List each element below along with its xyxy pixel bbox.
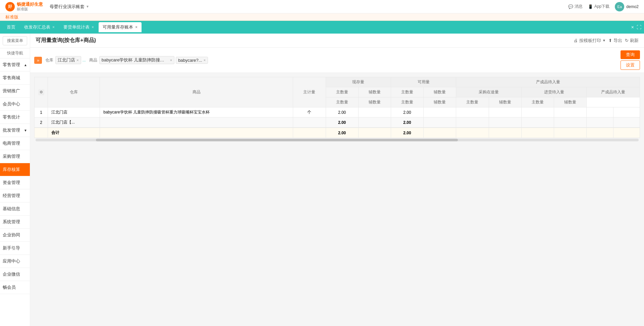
tab-fullscreen[interactable]: ⛶ — [637, 25, 641, 30]
tab-order-stat[interactable]: 要货单统计表 × — [59, 22, 98, 32]
chevron-icon-wholesale: ▼ — [24, 129, 27, 132]
tab-receive-close[interactable]: × — [52, 25, 55, 30]
message-btn[interactable]: 💬 消息 — [568, 4, 583, 9]
product-filter: 商品 babycare学饮杯 儿童防摔防撞吸管杯重力球吸嘴杯宝宝水杯 × bab… — [89, 56, 208, 64]
sidebar-item-member2[interactable]: 畅会员 — [0, 281, 30, 294]
product-tag-0[interactable]: babycare学饮杯 儿童防摔防撞吸管杯重力球吸嘴杯宝宝水杯 × — [99, 56, 174, 64]
template-print-btn[interactable]: 🖨 按模板打印 ▼ — [574, 38, 606, 44]
logo-area: 好 畅捷通好生意 标准版 — [5, 2, 43, 11]
message-icon: 💬 — [568, 4, 573, 9]
th-production-group: 产成品待入量 — [587, 87, 640, 97]
row1-avail-main: 2.00 — [391, 107, 423, 118]
logo-text: 畅捷通好生意 标准版 — [17, 2, 43, 11]
th-stock-aux: 辅数量 — [358, 87, 391, 97]
product-tags: babycare学饮杯 儿童防摔防撞吸管杯重力球吸嘴杯宝宝水杯 × babyca… — [99, 56, 208, 64]
sidebar-item-app-center[interactable]: 应用中心 — [0, 255, 30, 268]
warehouse-tag-close[interactable]: × — [76, 58, 78, 62]
settings-btn[interactable]: 设置 — [621, 60, 640, 70]
sidebar-item-newbie[interactable]: 新手引导 — [0, 242, 30, 255]
template-label: 标准版 — [5, 14, 18, 20]
sidebar-nav-btn[interactable]: 快捷导航 — [0, 48, 30, 58]
sidebar-item-operations[interactable]: 经营管理 — [0, 189, 30, 202]
row2-incoming-aux — [554, 118, 587, 128]
sidebar-item-enterprise-wechat[interactable]: 企业微信 — [0, 268, 30, 281]
sidebar-item-marketing[interactable]: 营销推广 — [0, 85, 30, 98]
table-area: ⚙ 仓库 商品 主计量 现存量 可用量 产成品待入量 主数量 辅数量 — [30, 73, 644, 146]
industry-selector[interactable]: 母婴行业演示账套 ▼ — [50, 4, 89, 10]
page-actions: 🖨 按模板打印 ▼ ⬆ 导出 ↻ 刷新 — [574, 38, 639, 44]
th-incoming-group: 进货待入量 — [521, 87, 586, 97]
row1-incoming-main — [521, 107, 554, 118]
row1-warehouse: 江北门店 — [48, 107, 100, 118]
product-tag-0-close[interactable]: × — [170, 58, 172, 62]
product-tag-1[interactable]: babycare?... × — [176, 57, 208, 64]
row1-purchase-main — [456, 107, 489, 118]
tab-bar: 首页 收发存汇总表 × 要货单统计表 × 可用量库存账本 × × ⛶ — [0, 21, 644, 34]
row1-prod-main — [587, 107, 613, 118]
sidebar-item-member[interactable]: 会员中心 — [0, 98, 30, 111]
warehouse-tag-0[interactable]: 江北门店 × — [55, 56, 81, 64]
tab-receive[interactable]: 收发存汇总表 × — [20, 22, 59, 32]
tab-available-close[interactable]: × — [135, 25, 138, 30]
mobile-icon: 📱 — [588, 4, 593, 9]
tab-home[interactable]: 首页 — [3, 22, 19, 32]
user-area[interactable]: Ea demo2 — [615, 2, 639, 11]
sidebar-item-retail-mall[interactable]: 零售商城 — [0, 72, 30, 85]
total-incoming-main — [521, 128, 554, 138]
row2-warehouse: 江北门店【... — [48, 118, 100, 128]
scroll-bar-area[interactable] — [34, 138, 640, 142]
sidebar-search-btn[interactable]: 搜索菜单 — [3, 36, 27, 45]
th-sm3: 主数量 — [456, 97, 489, 107]
tab-available[interactable]: 可用量库存账本 × — [99, 22, 142, 32]
top-bar-right: 💬 消息 📱 App下载 Ea demo2 — [568, 2, 639, 11]
scroll-bar-thumb[interactable] — [96, 139, 458, 141]
row1-stock-aux — [358, 107, 391, 118]
sidebar-search-area: 搜索菜单 — [0, 34, 30, 48]
row2-stock-aux — [358, 118, 391, 128]
main-content: 可用量查询(按仓库+商品) 🖨 按模板打印 ▼ ⬆ 导出 ↻ 刷新 » — [30, 34, 644, 326]
sidebar-item-retail-stat[interactable]: 零售统计 — [0, 111, 30, 124]
total-stock-aux — [358, 128, 391, 138]
row1-unit: 个 — [293, 107, 326, 118]
chevron-icon: ▲ — [24, 63, 27, 67]
row2-avail-aux — [424, 118, 456, 128]
sidebar-item-ecommerce[interactable]: 电商管理 — [0, 137, 30, 150]
export-btn[interactable]: ⬆ 导出 — [608, 38, 622, 44]
refresh-btn[interactable]: ↻ 刷新 — [625, 38, 639, 44]
th-avail-aux: 辅数量 — [424, 87, 456, 97]
th-settings-icon: ⚙ — [35, 77, 48, 107]
total-row: 合计 2.00 2.00 — [35, 128, 640, 138]
top-bar-left: 好 畅捷通好生意 标准版 母婴行业演示账套 ▼ — [5, 2, 89, 11]
app-download-btn[interactable]: 📱 App下载 — [588, 4, 609, 9]
total-purchase-main — [456, 128, 489, 138]
filter-toggle-btn[interactable]: » — [34, 57, 42, 64]
row2-prod-main — [587, 118, 613, 128]
product-tag-1-close[interactable]: × — [204, 58, 206, 62]
query-btn[interactable]: 查询 — [621, 50, 640, 59]
scroll-bar-track — [36, 139, 639, 141]
sidebar-item-purchase[interactable]: 采购管理 — [0, 150, 30, 163]
row1-avail-aux — [424, 107, 456, 118]
sidebar-item-wholesale[interactable]: 批发管理 ▼ — [0, 124, 30, 137]
tab-close-all[interactable]: × — [631, 25, 634, 30]
column-settings-icon[interactable]: ⚙ — [38, 89, 44, 95]
th-sa2: 辅数量 — [424, 97, 456, 107]
filter-area: » 仓库 江北门店 × ... 商品 babycare学饮杯 儿童防摔防撞吸管杯… — [30, 48, 644, 73]
template-bar: 标准版 — [0, 13, 644, 21]
th-unit: 主计量 — [293, 77, 326, 107]
warehouse-more[interactable]: ... — [83, 58, 86, 62]
total-avail-main: 2.00 — [391, 128, 423, 138]
sidebar-item-basic[interactable]: 基础信息 — [0, 202, 30, 216]
table-row: 2 江北门店【... 2.00 2.00 — [35, 118, 640, 128]
top-bar: 好 畅捷通好生意 标准版 母婴行业演示账套 ▼ 💬 消息 📱 App下载 Ea … — [0, 0, 644, 13]
tab-order-stat-close[interactable]: × — [92, 25, 94, 30]
sidebar-item-finance[interactable]: 资金管理 — [0, 176, 30, 189]
sidebar-item-inventory[interactable]: 库存核算 — [0, 163, 30, 176]
query-actions: 查询 设置 — [621, 50, 640, 70]
sidebar-item-system[interactable]: 系统管理 — [0, 216, 30, 229]
table-scroll[interactable]: ⚙ 仓库 商品 主计量 现存量 可用量 产成品待入量 主数量 辅数量 — [34, 77, 640, 138]
product-label: 商品 — [89, 57, 97, 63]
sidebar-item-enterprise[interactable]: 企业协同 — [0, 229, 30, 242]
warehouse-tags: 江北门店 × ... — [55, 56, 86, 64]
sidebar-item-retail[interactable]: 零售管理 ▲ — [0, 58, 30, 72]
